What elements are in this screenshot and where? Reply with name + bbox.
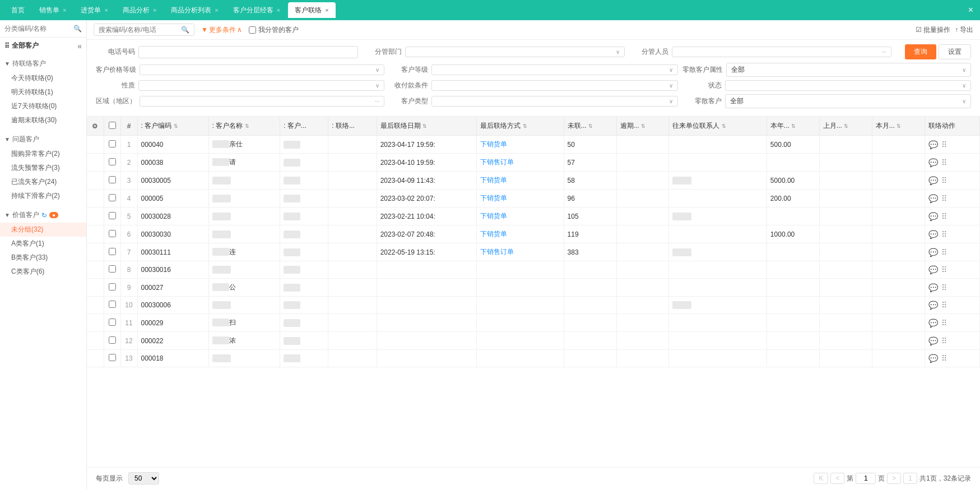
- row-check-9[interactable]: [109, 301, 116, 308]
- row-check-12[interactable]: [109, 354, 116, 361]
- more-icon-8[interactable]: ⠿: [941, 283, 947, 292]
- customer-type-select[interactable]: ∨: [431, 96, 677, 107]
- refresh-icon[interactable]: ↻: [41, 211, 47, 219]
- more-icon-6[interactable]: ⠿: [941, 248, 947, 257]
- sidebar-search-icon[interactable]: 🔍: [73, 25, 82, 33]
- sidebar-item-c-class[interactable]: C类客户(6): [0, 265, 86, 279]
- contact-method-link-2[interactable]: 下销货单: [480, 176, 507, 184]
- filter-search-input[interactable]: [99, 26, 179, 34]
- th-no-contact[interactable]: 未联... ⇅: [564, 117, 616, 136]
- status-select[interactable]: ∨: [725, 80, 971, 91]
- page-size-select[interactable]: 50 100 200: [128, 472, 159, 485]
- contact-method-link-6[interactable]: 下销售订单: [480, 248, 514, 256]
- row-check-7[interactable]: [109, 265, 116, 273]
- close-product-analysis-tab[interactable]: ×: [153, 7, 156, 13]
- my-customers-checkbox-input[interactable]: [249, 26, 256, 34]
- row-check-6[interactable]: [109, 248, 116, 255]
- sidebar-item-a-class[interactable]: A类客户(1): [0, 237, 86, 251]
- tab-product-analysis-list[interactable]: 商品分析列表 ×: [164, 2, 225, 18]
- th-this-year[interactable]: 本年... ⇅: [767, 117, 819, 136]
- row-check-8[interactable]: [109, 283, 116, 290]
- th-last-month[interactable]: 上月... ⇅: [819, 117, 872, 136]
- close-customer-contact-tab[interactable]: ×: [325, 7, 328, 13]
- row-check-5[interactable]: [109, 230, 116, 237]
- price-level-select[interactable]: ∨: [140, 64, 384, 75]
- contact-method-link-4[interactable]: 下销货单: [480, 212, 507, 220]
- contact-method-link-3[interactable]: 下销货单: [480, 194, 507, 202]
- close-all-tabs[interactable]: ×: [962, 5, 980, 15]
- row-check-3[interactable]: [109, 194, 116, 201]
- more-conditions-btn[interactable]: ▼ 更多条件 ∧: [201, 25, 242, 35]
- batch-op-btn[interactable]: ☑ 批量操作: [916, 25, 950, 35]
- more-icon-3[interactable]: ⠿: [941, 194, 947, 203]
- sidebar-item-today[interactable]: 今天待联络(0): [0, 71, 86, 85]
- chat-icon-7[interactable]: 💬: [928, 265, 938, 274]
- pending-contact-header[interactable]: ▼ 待联络客户: [0, 56, 86, 71]
- close-customer-segment-tab[interactable]: ×: [277, 7, 280, 13]
- chat-icon-5[interactable]: 💬: [928, 230, 938, 239]
- select-all-checkbox[interactable]: [109, 122, 116, 129]
- more-icon-7[interactable]: ⠿: [941, 265, 947, 274]
- sidebar-item-declining[interactable]: 持续下滑客户(2): [0, 189, 86, 203]
- filter-search-icon[interactable]: 🔍: [181, 26, 189, 34]
- next-page-btn[interactable]: >: [887, 473, 901, 484]
- th-type[interactable]: : 客户...: [280, 117, 328, 136]
- problem-customer-header[interactable]: ▼ 问题客户: [0, 132, 86, 147]
- row-check-0[interactable]: [109, 140, 116, 147]
- sidebar-item-overdue[interactable]: 逾期未联络(30): [0, 113, 86, 127]
- contact-method-link-5[interactable]: 下销货单: [480, 230, 507, 238]
- more-icon-10[interactable]: ⠿: [941, 319, 947, 327]
- manager-input[interactable]: ···: [672, 47, 891, 57]
- close-purchase-tab[interactable]: ×: [104, 7, 108, 13]
- first-page-btn[interactable]: K: [814, 473, 828, 484]
- chat-icon-6[interactable]: 💬: [928, 248, 938, 257]
- sidebar-item-b-class[interactable]: B类客户(33): [0, 251, 86, 265]
- chat-icon-4[interactable]: 💬: [928, 212, 938, 221]
- scattered-attr-select[interactable]: 全部 ∨: [726, 63, 971, 77]
- contact-method-link-0[interactable]: 下销货单: [480, 140, 507, 148]
- phone-input[interactable]: [138, 46, 358, 58]
- page-number-input[interactable]: [856, 473, 876, 484]
- tab-product-analysis[interactable]: 商品分析 ×: [116, 2, 163, 18]
- tab-customer-contact[interactable]: 客户联络 ×: [288, 2, 335, 18]
- row-check-10[interactable]: [109, 319, 116, 326]
- chat-icon-3[interactable]: 💬: [928, 194, 938, 203]
- nature-select[interactable]: ∨: [138, 80, 384, 91]
- th-contact[interactable]: : 联络...: [328, 117, 377, 136]
- sidebar-collapse-icon[interactable]: «: [77, 41, 82, 50]
- th-code[interactable]: : 客户编码 ⇅: [137, 117, 208, 136]
- th-overdue[interactable]: 逾期... ⇅: [616, 117, 669, 136]
- more-icon-9[interactable]: ⠿: [941, 301, 947, 310]
- more-icon-11[interactable]: ⠿: [941, 336, 947, 345]
- more-icon-5[interactable]: ⠿: [941, 230, 947, 239]
- tab-purchase[interactable]: 进货单 ×: [74, 2, 114, 18]
- customer-level-select[interactable]: ∨: [431, 64, 677, 75]
- sidebar-search-input[interactable]: [4, 25, 71, 33]
- tab-home[interactable]: 首页: [4, 2, 31, 18]
- export-btn[interactable]: ↑ 导出: [955, 25, 973, 35]
- scattered-select[interactable]: 全部 ∨: [725, 94, 971, 108]
- close-sales-tab[interactable]: ×: [63, 7, 66, 13]
- th-contact-person[interactable]: 往来单位联系人 ⇅: [669, 117, 767, 136]
- th-last-contact-date[interactable]: 最后联络日期 ⇅: [377, 117, 477, 136]
- chat-icon-0[interactable]: 💬: [928, 140, 938, 149]
- row-check-1[interactable]: [109, 158, 116, 165]
- sidebar-item-abnormal[interactable]: 囤购异常客户(2): [0, 147, 86, 161]
- my-customers-checkbox[interactable]: 我分管的客户: [249, 25, 299, 35]
- chat-icon-12[interactable]: 💬: [928, 354, 938, 363]
- row-check-2[interactable]: [109, 176, 116, 183]
- contact-method-link-1[interactable]: 下销售订单: [480, 158, 514, 166]
- chat-icon-8[interactable]: 💬: [928, 283, 938, 292]
- tab-customer-segment[interactable]: 客户分层经客 ×: [226, 2, 287, 18]
- sidebar-item-7days[interactable]: 近7天待联络(0): [0, 99, 86, 113]
- region-select[interactable]: ···: [140, 96, 384, 107]
- more-icon-12[interactable]: ⠿: [941, 354, 947, 363]
- sidebar-item-ungrouped[interactable]: 未分组(32): [0, 223, 86, 237]
- payment-select[interactable]: ∨: [431, 80, 677, 91]
- more-icon-0[interactable]: ⠿: [941, 140, 947, 149]
- th-name[interactable]: : 客户名称 ⇅: [208, 117, 280, 136]
- row-check-11[interactable]: [109, 336, 116, 344]
- chat-icon-11[interactable]: 💬: [928, 336, 938, 345]
- more-icon-2[interactable]: ⠿: [941, 176, 947, 185]
- more-icon-4[interactable]: ⠿: [941, 212, 947, 221]
